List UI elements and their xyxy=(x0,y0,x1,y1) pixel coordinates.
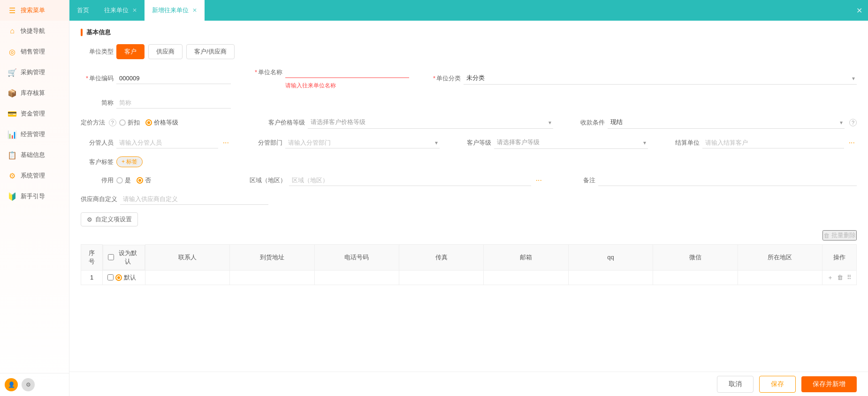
pricing-field: 定价方法 ? 折扣 价格等级 xyxy=(81,118,250,127)
btn-supplier[interactable]: 供应商 xyxy=(148,44,183,59)
save-new-button[interactable]: 保存并新增 xyxy=(801,376,857,392)
col-default-checkbox[interactable] xyxy=(108,254,114,260)
settlement-more-icon[interactable]: ··· xyxy=(847,139,857,147)
close-all-icon[interactable]: ✕ xyxy=(856,6,862,15)
tag-label: 客户标签 xyxy=(81,158,114,166)
region-input[interactable] xyxy=(289,175,531,186)
abbr-label: 简称 xyxy=(81,99,114,107)
sidebar-item-quick-nav[interactable]: ⌂ 快捷导航 xyxy=(0,21,69,41)
customer-level-placeholder: 请选择客户等级 xyxy=(494,136,648,149)
row-region-input[interactable] xyxy=(743,274,817,281)
pricing-radio-level[interactable]: 价格等级 xyxy=(145,118,178,127)
unit-type-btn-group: 客户 供应商 客户/供应商 xyxy=(116,44,235,59)
row-address-input[interactable] xyxy=(235,274,309,281)
save-button[interactable]: 保存 xyxy=(759,376,796,393)
row-phone-input[interactable] xyxy=(320,274,394,281)
row-drag-icon[interactable]: ⠿ xyxy=(847,274,852,281)
row-default-radio[interactable]: 默认 xyxy=(115,273,136,282)
disabled-field: 停用 是 否 xyxy=(81,176,231,185)
disabled-radio-no[interactable]: 否 xyxy=(137,176,151,185)
disabled-radio-yes[interactable]: 是 xyxy=(116,176,131,185)
purchase-icon: 🛒 xyxy=(8,68,17,77)
manager-label: 分管人员 xyxy=(81,139,114,147)
customer-level-label: 客户等级 xyxy=(458,139,491,147)
row-qq[interactable] xyxy=(568,270,653,285)
sidebar-item-system[interactable]: ⚙ 系统管理 xyxy=(0,165,69,186)
unit-category-select[interactable]: 未分类 ▾ xyxy=(464,72,857,85)
customer-level-select[interactable]: 请选择客户等级 ▾ xyxy=(494,136,648,149)
tab-partner-list[interactable]: 往来单位 ✕ xyxy=(97,0,145,21)
batch-delete-icon: 🗑 xyxy=(823,232,830,239)
unit-info-row: *单位编码 *单位名称 请输入往来单位名称 *单位分类 未分类 ▾ xyxy=(81,67,857,90)
row-contact[interactable] xyxy=(145,270,229,285)
batch-delete-button[interactable]: 🗑 批量删除 xyxy=(822,230,857,241)
dept-select[interactable]: ▾ xyxy=(285,137,440,148)
payment-terms-help-icon[interactable]: ? xyxy=(849,119,857,126)
unit-category-label: *单位分类 xyxy=(428,74,461,83)
row-checkbox[interactable] xyxy=(107,274,114,280)
row-default-radio-circle xyxy=(115,274,122,281)
payment-terms-chevron-icon: ▾ xyxy=(840,119,843,126)
sidebar-item-sales[interactable]: ◎ 销售管理 xyxy=(0,41,69,62)
add-tag-button[interactable]: + 标签 xyxy=(116,156,143,167)
row-fax-input[interactable] xyxy=(404,274,479,281)
row-region[interactable] xyxy=(738,270,822,285)
customer-level-chevron-icon: ▾ xyxy=(643,140,646,146)
unit-code-input[interactable] xyxy=(116,73,231,84)
radio-yes-circle xyxy=(116,177,123,184)
manager-more-icon[interactable]: ··· xyxy=(221,139,231,147)
custom-settings-button[interactable]: ⚙ 自定义项设置 xyxy=(81,212,138,226)
btn-customer[interactable]: 客户 xyxy=(116,44,145,59)
tab-home[interactable]: 首页 xyxy=(69,0,97,21)
close-partner-list-icon[interactable]: ✕ xyxy=(132,7,137,14)
unit-name-input[interactable] xyxy=(285,67,409,78)
sidebar-item-purchase[interactable]: 🛒 采购管理 xyxy=(0,62,69,83)
sidebar-footer-btn-2[interactable]: ⚙ xyxy=(22,378,35,391)
sidebar-item-basic-info[interactable]: 📋 基础信息 xyxy=(0,145,69,165)
customer-price-level-select[interactable]: 请选择客户价格等级 ▾ xyxy=(308,116,553,129)
basic-info-icon: 📋 xyxy=(8,150,17,160)
unit-category-field: *单位分类 未分类 ▾ xyxy=(428,72,857,85)
sidebar-item-guide[interactable]: 🔰 新手引导 xyxy=(0,186,69,207)
row-fax[interactable] xyxy=(399,270,484,285)
row-address[interactable] xyxy=(230,270,314,285)
remark-label: 备注 xyxy=(563,176,595,185)
col-phone: 电话号码 xyxy=(314,245,399,271)
close-new-partner-icon[interactable]: ✕ xyxy=(192,7,197,14)
row-qq-input[interactable] xyxy=(573,274,648,281)
payment-terms-select[interactable]: 现结 ▾ xyxy=(608,116,845,129)
cancel-button[interactable]: 取消 xyxy=(717,376,754,393)
sidebar-item-stock[interactable]: 📦 库存核算 xyxy=(0,83,69,103)
sidebar-item-operation[interactable]: 📊 经营管理 xyxy=(0,124,69,145)
settlement-input[interactable] xyxy=(702,137,844,148)
dept-label: 分管部门 xyxy=(250,139,282,147)
row-wechat[interactable] xyxy=(653,270,738,285)
sidebar-search[interactable]: ☰ 搜索菜单 xyxy=(0,0,69,21)
customer-price-level-label: 客户价格等级 xyxy=(268,118,305,127)
supplier-custom-input[interactable] xyxy=(120,194,268,205)
row-contact-input[interactable] xyxy=(150,274,225,281)
disabled-row: 停用 是 否 区域（地区） ··· xyxy=(81,175,857,186)
abbr-input[interactable] xyxy=(116,97,231,109)
region-more-icon[interactable]: ··· xyxy=(534,176,544,185)
manager-row: 分管人员 ··· 分管部门 ▾ 客户等级 请选择客户等级 ▾ xyxy=(81,136,857,149)
row-wechat-input[interactable] xyxy=(658,274,732,281)
row-phone[interactable] xyxy=(314,270,399,285)
sidebar: ☰ 搜索菜单 ⌂ 快捷导航 ◎ 销售管理 🛒 采购管理 📦 库存核算 💳 资金管… xyxy=(0,0,69,396)
unit-category-chevron-icon: ▾ xyxy=(852,75,855,82)
home-icon: ⌂ xyxy=(8,26,17,36)
row-email[interactable] xyxy=(484,270,568,285)
sidebar-footer-btn-1[interactable]: 👤 xyxy=(5,378,18,391)
row-add-icon[interactable]: ＋ xyxy=(827,273,833,282)
dept-input[interactable] xyxy=(285,137,440,148)
manager-input[interactable] xyxy=(116,137,218,148)
sidebar-item-fund[interactable]: 💳 资金管理 xyxy=(0,103,69,124)
btn-both[interactable]: 客户/供应商 xyxy=(186,44,235,59)
remark-input[interactable] xyxy=(598,175,857,186)
tab-new-partner[interactable]: 新增往来单位 ✕ xyxy=(145,0,205,21)
row-delete-icon[interactable]: 🗑 xyxy=(837,274,843,281)
pricing-radio-discount[interactable]: 折扣 xyxy=(119,118,140,127)
row-email-input[interactable] xyxy=(488,274,563,281)
pricing-help-icon[interactable]: ? xyxy=(109,119,116,126)
pricing-radio-group: 折扣 价格等级 xyxy=(119,118,178,127)
